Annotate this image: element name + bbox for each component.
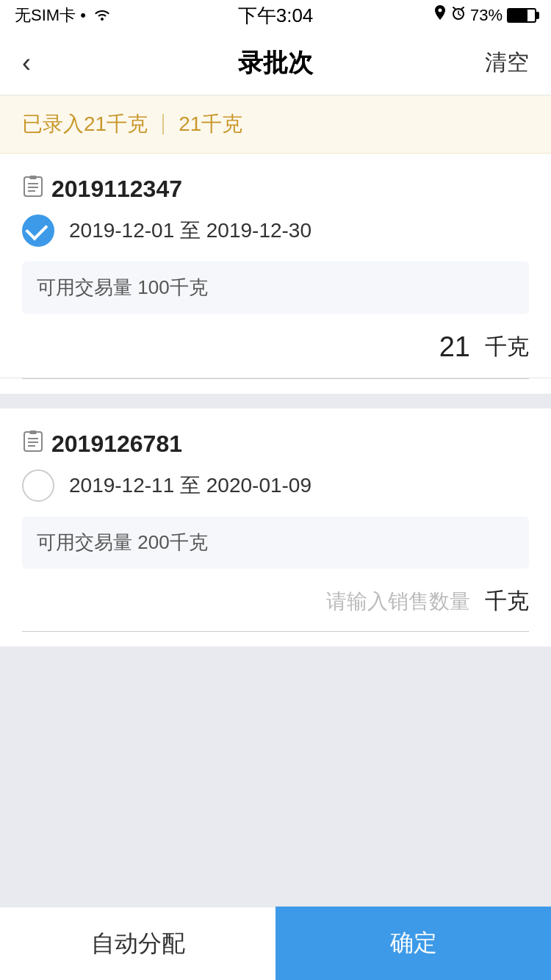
status-bar-left: 无SIM卡 • — [15, 4, 112, 26]
batch-1-header: 2019112347 — [22, 176, 529, 203]
content-area: 2019112347 2019-12-01 至 2019-12-30 可用交易量… — [0, 154, 551, 980]
batch-card-2: 2019126781 2019-12-11 至 2020-01-09 可用交易量… — [0, 408, 551, 646]
batch-1-availability: 可用交易量 100千克 — [22, 262, 529, 314]
nav-bar: ‹ 录批次 清空 — [0, 31, 551, 96]
batch-2-select-row[interactable]: 2019-12-11 至 2020-01-09 — [22, 469, 529, 502]
total-amount: 21千克 — [179, 110, 242, 138]
svg-rect-2 — [29, 176, 37, 179]
batch-1-radio[interactable] — [22, 215, 54, 247]
batch-2-number: 2019126781 — [51, 430, 182, 458]
batch-1-amount-input[interactable] — [323, 331, 470, 363]
batch-2-quantity-input[interactable] — [279, 590, 470, 613]
wifi-icon — [92, 6, 112, 25]
alarm-icon — [451, 5, 466, 26]
bottom-bar: 自动分配 确定 — [0, 907, 551, 980]
confirm-button[interactable]: 确定 — [276, 907, 551, 980]
batch-2-unit: 千克 — [485, 586, 529, 616]
batch-1-unit: 千克 — [485, 332, 529, 362]
batch-1-select-row[interactable]: 2019-12-01 至 2019-12-30 — [22, 215, 529, 247]
back-button[interactable]: ‹ — [22, 48, 66, 79]
battery-percent: 73% — [470, 6, 503, 25]
batch-1-icon — [22, 176, 44, 203]
card-separator — [0, 394, 551, 408]
batch-2-input-row: 千克 — [0, 569, 551, 631]
status-bar-time: 下午3:04 — [238, 3, 314, 29]
battery-icon — [507, 8, 536, 23]
batch-2-radio[interactable] — [22, 469, 54, 502]
status-bar-right: 73% — [433, 5, 536, 26]
batch-2-date-range: 2019-12-11 至 2020-01-09 — [69, 472, 311, 500]
svg-rect-7 — [29, 430, 37, 434]
status-bar: 无SIM卡 • 下午3:04 73% — [0, 0, 551, 31]
banner-divider — [162, 114, 164, 134]
recorded-amount: 已录入21千克 — [22, 110, 148, 138]
location-icon — [433, 5, 447, 26]
batch-2-availability: 可用交易量 200千克 — [22, 516, 529, 569]
batch-1-date-range: 2019-12-01 至 2019-12-30 — [69, 217, 311, 245]
batch-card-1-inner: 2019112347 2019-12-01 至 2019-12-30 — [0, 154, 551, 247]
batch-1-number: 2019112347 — [51, 176, 182, 203]
batch-2-icon — [22, 430, 44, 458]
batch-1-amount-row: 千克 — [0, 314, 551, 378]
auto-distribute-button[interactable]: 自动分配 — [0, 907, 276, 980]
page-title: 录批次 — [238, 46, 313, 80]
batch-2-header: 2019126781 — [22, 430, 529, 458]
empty-gray-area — [0, 646, 551, 940]
batch-card-1: 2019112347 2019-12-01 至 2019-12-30 可用交易量… — [0, 154, 551, 394]
batch-card-2-inner: 2019126781 2019-12-11 至 2020-01-09 — [0, 408, 551, 502]
clear-button[interactable]: 清空 — [485, 48, 529, 78]
sim-text: 无SIM卡 • — [15, 4, 86, 26]
info-banner: 已录入21千克 21千克 — [0, 96, 551, 154]
